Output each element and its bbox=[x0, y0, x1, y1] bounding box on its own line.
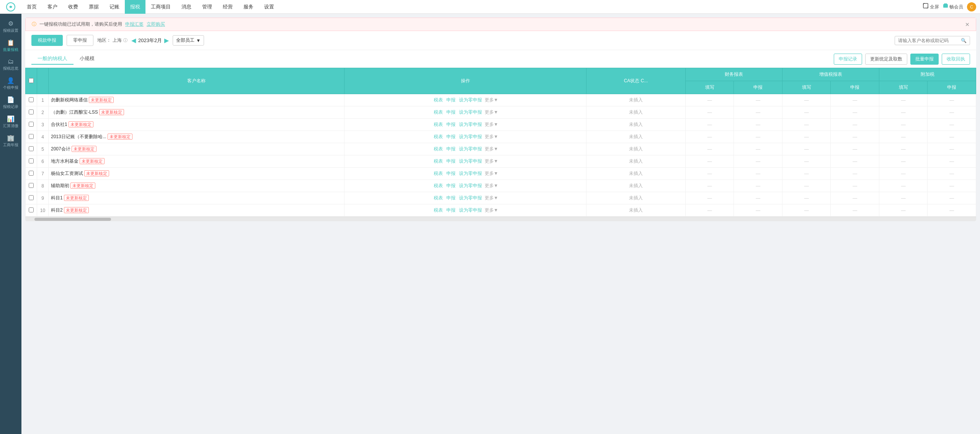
sidebar-item-personal-tax[interactable]: 👤 个税申报 bbox=[0, 74, 21, 93]
op-declare-1[interactable]: 申报 bbox=[446, 109, 456, 115]
batch-declaration-btn[interactable]: 批量申报 bbox=[910, 54, 939, 65]
row-ca-5: 未插入 bbox=[586, 155, 686, 168]
op-zero-9[interactable]: 设为零申报 bbox=[459, 207, 482, 213]
retrieve-receipt-btn[interactable]: 收取回执 bbox=[942, 54, 970, 65]
op-declare-0[interactable]: 申报 bbox=[446, 97, 456, 103]
op-more-8[interactable]: 更多▼ bbox=[485, 195, 498, 201]
op-zero-4[interactable]: 设为零申报 bbox=[459, 146, 482, 152]
op-more-5[interactable]: 更多▼ bbox=[485, 158, 498, 164]
nav-client[interactable]: 客户 bbox=[42, 0, 63, 14]
op-declare-7[interactable]: 申报 bbox=[446, 183, 456, 188]
row-checkbox-8[interactable] bbox=[26, 192, 37, 204]
op-declare-4[interactable]: 申报 bbox=[446, 146, 456, 152]
row-ca-9: 未插入 bbox=[586, 204, 686, 217]
banner-link-declaration[interactable]: 申报汇签 bbox=[125, 21, 144, 28]
op-zero-3[interactable]: 设为零申报 bbox=[459, 134, 482, 139]
op-tax-table-0[interactable]: 税表 bbox=[434, 97, 443, 103]
row-checkbox-7[interactable] bbox=[26, 180, 37, 192]
nav-invoice[interactable]: 票据 bbox=[83, 0, 104, 14]
op-more-2[interactable]: 更多▼ bbox=[485, 122, 498, 127]
nav-fee[interactable]: 收费 bbox=[63, 0, 83, 14]
op-tax-table-7[interactable]: 税表 bbox=[434, 183, 443, 188]
op-tax-table-5[interactable]: 税表 bbox=[434, 158, 443, 164]
banner-close-btn[interactable]: ✕ bbox=[965, 21, 970, 28]
nav-business[interactable]: 工商项目 bbox=[145, 0, 176, 14]
op-zero-0[interactable]: 设为零申报 bbox=[459, 97, 482, 103]
row-checkbox-9[interactable] bbox=[26, 204, 37, 217]
staff-filter[interactable]: 全部员工 ▼ bbox=[173, 35, 204, 46]
op-tax-table-9[interactable]: 税表 bbox=[434, 207, 443, 213]
op-more-3[interactable]: 更多▼ bbox=[485, 134, 498, 139]
sidebar-item-business-annual[interactable]: 🏢 工商年报 bbox=[0, 131, 21, 150]
scroll-thumb[interactable] bbox=[34, 218, 111, 221]
op-zero-8[interactable]: 设为零申报 bbox=[459, 195, 482, 201]
search-input[interactable] bbox=[898, 38, 959, 43]
op-zero-7[interactable]: 设为零申报 bbox=[459, 183, 482, 188]
nav-management[interactable]: 管理 bbox=[197, 0, 217, 14]
fullscreen-btn[interactable]: 全屏 bbox=[923, 3, 939, 10]
op-more-7[interactable]: 更多▼ bbox=[485, 183, 498, 188]
op-more-1[interactable]: 更多▼ bbox=[485, 109, 498, 115]
update-stats-btn[interactable]: 更新统定及取数 bbox=[865, 54, 907, 65]
banner-link-buy[interactable]: 立即购买 bbox=[147, 21, 165, 28]
prev-month-btn[interactable]: ◀ bbox=[131, 37, 136, 44]
op-zero-5[interactable]: 设为零申报 bbox=[459, 158, 482, 164]
op-more-4[interactable]: 更多▼ bbox=[485, 146, 498, 152]
row-checkbox-2[interactable] bbox=[26, 119, 37, 131]
row-f4-9: — bbox=[831, 204, 879, 217]
table-row: 2 （勿删）江西酿宝-LSS 未更新核定 税表 申报 设为零申报 更多▼ 未插入… bbox=[26, 106, 976, 119]
zero-declaration-tab[interactable]: 零申报 bbox=[67, 35, 93, 46]
row-checkbox-5[interactable] bbox=[26, 155, 37, 168]
row-checkbox-4[interactable] bbox=[26, 143, 37, 155]
row-f4-4: — bbox=[831, 143, 879, 155]
sidebar-item-tax-record[interactable]: 📄 报税记录 bbox=[0, 93, 21, 112]
tax-declaration-tab[interactable]: 税款申报 bbox=[31, 35, 63, 46]
op-tax-table-1[interactable]: 税表 bbox=[434, 109, 443, 115]
row-checkbox-0[interactable] bbox=[26, 94, 37, 106]
sidebar-item-annual-settle[interactable]: 📊 汇算清缴 bbox=[0, 112, 21, 131]
sidebar-item-batch-tax[interactable]: 📋 批量报税 bbox=[0, 36, 21, 55]
annual-settle-icon: 📊 bbox=[7, 115, 15, 122]
op-tax-table-8[interactable]: 税表 bbox=[434, 195, 443, 201]
row-checkbox-6[interactable] bbox=[26, 168, 37, 180]
op-declare-2[interactable]: 申报 bbox=[446, 122, 456, 127]
nav-tax[interactable]: 报税 bbox=[125, 0, 145, 14]
op-more-6[interactable]: 更多▼ bbox=[485, 171, 498, 176]
op-zero-1[interactable]: 设为零申报 bbox=[459, 109, 482, 115]
op-declare-5[interactable]: 申报 bbox=[446, 158, 456, 164]
nav-accounting[interactable]: 记账 bbox=[104, 0, 125, 14]
sidebar-item-tax-overview[interactable]: 🗂 报税总览 bbox=[0, 55, 21, 74]
nav-home[interactable]: 首页 bbox=[21, 0, 42, 14]
search-icon[interactable]: 🔍 bbox=[961, 38, 967, 43]
op-more-9[interactable]: 更多▼ bbox=[485, 207, 498, 213]
row-f1-5: — bbox=[685, 155, 734, 168]
tab-general-taxpayer[interactable]: 一般的纳税人 bbox=[31, 53, 74, 65]
nav-message[interactable]: 消息 bbox=[176, 0, 197, 14]
bottom-scrollbar[interactable] bbox=[25, 217, 976, 221]
sidebar-item-tax-settings[interactable]: ⚙ 报税设置 bbox=[0, 17, 21, 36]
op-zero-6[interactable]: 设为零申报 bbox=[459, 171, 482, 176]
op-declare-6[interactable]: 申报 bbox=[446, 171, 456, 176]
nav-operations[interactable]: 经营 bbox=[217, 0, 238, 14]
op-tax-table-4[interactable]: 税表 bbox=[434, 146, 443, 152]
taxpayer-tabs: 一般的纳税人 小规模 bbox=[31, 53, 101, 65]
op-declare-8[interactable]: 申报 bbox=[446, 195, 456, 201]
op-declare-3[interactable]: 申报 bbox=[446, 134, 456, 139]
op-tax-table-3[interactable]: 税表 bbox=[434, 134, 443, 139]
select-all-checkbox[interactable] bbox=[29, 78, 34, 83]
right-actions: 全屏 畅会员 C bbox=[923, 2, 976, 11]
row-checkbox-1[interactable] bbox=[26, 106, 37, 119]
declaration-record-btn[interactable]: 申报记录 bbox=[834, 54, 862, 65]
op-more-0[interactable]: 更多▼ bbox=[485, 97, 498, 103]
op-tax-table-6[interactable]: 税表 bbox=[434, 171, 443, 176]
next-month-btn[interactable]: ▶ bbox=[164, 37, 169, 44]
row-checkbox-3[interactable] bbox=[26, 131, 37, 143]
tab-small-scale[interactable]: 小规模 bbox=[74, 53, 101, 65]
op-zero-2[interactable]: 设为零申报 bbox=[459, 122, 482, 127]
op-tax-table-2[interactable]: 税表 bbox=[434, 122, 443, 127]
nav-service[interactable]: 服务 bbox=[238, 0, 259, 14]
nav-settings[interactable]: 设置 bbox=[259, 0, 279, 14]
op-declare-9[interactable]: 申报 bbox=[446, 207, 456, 213]
avatar[interactable]: C bbox=[967, 2, 976, 11]
upgrade-btn[interactable]: 畅会员 bbox=[943, 3, 963, 10]
